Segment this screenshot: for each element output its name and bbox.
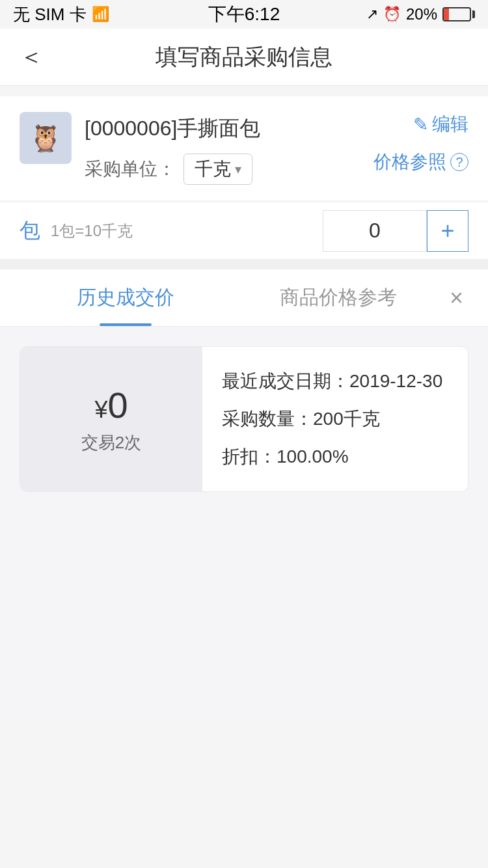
- quantity-plus-button[interactable]: +: [427, 210, 468, 252]
- carrier-text: 无 SIM 卡: [13, 3, 87, 26]
- tab-history-label: 历史成交价: [77, 284, 174, 311]
- tab-bar: 历史成交价 商品价格参考 ×: [0, 269, 488, 327]
- product-info: [0000006]手撕面包 采购单位： 千克 ▾: [85, 112, 260, 185]
- currency-symbol: ¥: [94, 396, 107, 423]
- wifi-icon: 📶: [92, 6, 109, 23]
- unit-selector[interactable]: 千克 ▾: [183, 154, 252, 185]
- recent-date-label: 最近成交日期：: [222, 371, 349, 391]
- transaction-count: 交易2次: [81, 431, 141, 454]
- history-price-section: ¥0 交易2次: [20, 347, 202, 491]
- recent-date-row: 最近成交日期：2019-12-30: [222, 368, 448, 395]
- price-ref-button[interactable]: 价格参照 ?: [373, 150, 468, 174]
- tab-price-ref-label: 商品价格参考: [280, 284, 397, 311]
- history-detail-section: 最近成交日期：2019-12-30 采购数量：200千克 折扣：100.00%: [202, 347, 468, 491]
- price-ref-label: 价格参照: [373, 150, 446, 174]
- page-title: 填写商品采购信息: [156, 42, 332, 72]
- battery-percent: 20%: [406, 5, 437, 23]
- back-button[interactable]: ＜: [20, 41, 43, 73]
- price-number: 0: [107, 385, 128, 426]
- discount-label: 折扣：: [222, 446, 277, 467]
- product-logo-icon: 🦉: [29, 123, 62, 154]
- tab-active-indicator: [100, 323, 152, 326]
- quantity-section: 包 1包=10千克 +: [0, 202, 488, 259]
- status-bar: 无 SIM 卡 📶 下午6:12 ↗ ⏰ 20%: [0, 0, 488, 29]
- help-icon: ?: [450, 153, 468, 171]
- status-right: ↗ ⏰ 20%: [366, 5, 475, 23]
- edit-label: 编辑: [432, 112, 468, 137]
- product-name: [0000006]手撕面包: [85, 115, 260, 143]
- quantity-row: 采购数量：200千克: [222, 405, 448, 433]
- unit-conversion: 1包=10千克: [51, 221, 133, 241]
- status-time: 下午6:12: [208, 2, 280, 27]
- quantity-label-group: 包 1包=10千克: [20, 217, 133, 245]
- unit-dropdown-icon: ▾: [235, 161, 241, 177]
- alarm-icon: ⏰: [383, 6, 401, 23]
- quantity-input-group: +: [323, 210, 468, 252]
- unit-bag-label: 包: [20, 217, 40, 245]
- history-price-value: ¥0: [94, 384, 128, 426]
- unit-label: 采购单位：: [85, 157, 176, 182]
- location-icon: ↗: [366, 6, 378, 23]
- unit-value: 千克: [195, 157, 231, 182]
- discount-value: 100.00%: [277, 446, 349, 467]
- history-card: ¥0 交易2次 最近成交日期：2019-12-30 采购数量：200千克 折扣：…: [20, 346, 468, 492]
- product-actions: ✎ 编辑 价格参照 ?: [373, 112, 468, 174]
- panel-close-button[interactable]: ×: [444, 279, 468, 317]
- section-divider: [0, 259, 488, 269]
- quantity-input[interactable]: [323, 210, 427, 252]
- tab-price-reference[interactable]: 商品价格参考: [232, 269, 444, 326]
- recent-date-value: 2019-12-30: [349, 371, 442, 391]
- tab-history-price[interactable]: 历史成交价: [20, 269, 232, 326]
- product-unit-row: 采购单位： 千克 ▾: [85, 154, 260, 185]
- quantity-detail-label: 采购数量：: [222, 409, 313, 429]
- product-left: 🦉 [0000006]手撕面包 采购单位： 千克 ▾: [20, 112, 260, 185]
- product-section: 🦉 [0000006]手撕面包 采购单位： 千克 ▾ ✎ 编辑 价格参照: [0, 96, 488, 200]
- product-header: 🦉 [0000006]手撕面包 采购单位： 千克 ▾ ✎ 编辑 价格参照: [20, 112, 468, 185]
- edit-button[interactable]: ✎ 编辑: [413, 112, 468, 137]
- discount-row: 折扣：100.00%: [222, 443, 448, 470]
- nav-bar: ＜ 填写商品采购信息: [0, 29, 488, 86]
- product-thumbnail: 🦉: [20, 112, 72, 164]
- quantity-detail-value: 200千克: [313, 409, 380, 429]
- edit-icon: ✎: [413, 114, 428, 135]
- history-panel: ¥0 交易2次 最近成交日期：2019-12-30 采购数量：200千克 折扣：…: [0, 327, 488, 717]
- battery-indicator: [442, 7, 475, 21]
- status-left: 无 SIM 卡 📶: [13, 3, 109, 26]
- plus-icon: +: [441, 217, 454, 245]
